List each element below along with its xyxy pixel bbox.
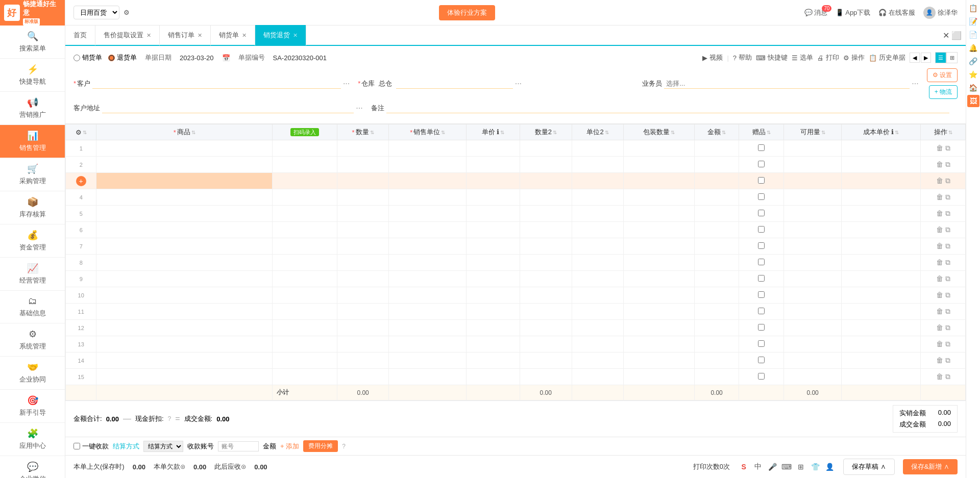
voice-icon[interactable]: 🎤 [767, 461, 778, 472]
sort-icon-unit[interactable]: ⇅ [441, 130, 445, 135]
cell-7-unit2[interactable] [572, 238, 624, 255]
cell-2-qty2[interactable] [520, 157, 572, 173]
cell-2-unit2[interactable] [572, 157, 624, 173]
shirt-icon[interactable]: 👕 [810, 461, 821, 472]
copy-icon-12[interactable]: ⧉ [945, 323, 950, 332]
customer-input[interactable] [92, 79, 341, 89]
cell-11-scan[interactable] [273, 304, 337, 320]
right-icon-2[interactable]: 📝 [967, 15, 979, 28]
sidebar-item-采购管理[interactable]: 🛒采购管理 [0, 158, 65, 191]
cell-1-qty2[interactable] [520, 140, 572, 157]
cell-8-price[interactable] [467, 255, 520, 271]
gift-check-6[interactable] [758, 226, 765, 233]
gift-check-7[interactable] [758, 242, 765, 249]
cell-13-pkg_qty[interactable] [624, 336, 694, 353]
cell-12-pkg_qty[interactable] [624, 320, 694, 336]
cell-3-unit2[interactable] [572, 173, 624, 189]
settings-btn[interactable]: ⚙ 设置 [927, 68, 958, 82]
cell-10-unit[interactable] [389, 287, 467, 304]
add-payment-btn[interactable]: + 添加 [280, 442, 299, 451]
settle-label[interactable]: 结算方式 [113, 442, 139, 451]
cell-1-available[interactable] [784, 140, 842, 157]
sidebar-item-企业微信[interactable]: 💬企业微信 [0, 456, 65, 478]
sort-icon-settings[interactable]: ⇅ [83, 130, 87, 135]
user-profile[interactable]: 👤 徐泽华 [923, 7, 958, 19]
cell-9-qty[interactable] [337, 271, 388, 287]
shortcut-btn[interactable]: ⌨ 快捷键 [756, 53, 788, 62]
delete-icon-11[interactable]: 🗑 [936, 307, 943, 316]
sidebar-item-企业协同[interactable]: 🤝企业协同 [0, 357, 65, 390]
cell-2-available[interactable] [784, 157, 842, 173]
delete-icon-3[interactable]: 🗑 [936, 177, 943, 185]
gift-check-12[interactable] [758, 324, 765, 331]
copy-icon-10[interactable]: ⧉ [945, 291, 950, 299]
cell-9-scan[interactable] [273, 271, 337, 287]
discount-question-icon[interactable]: ? [168, 415, 172, 422]
tab-close-2[interactable]: ✕ [198, 32, 202, 39]
cell-15-unit[interactable] [389, 369, 467, 385]
right-icon-6[interactable]: ⭐ [967, 68, 979, 81]
cell-8-unit2[interactable] [572, 255, 624, 271]
cell-3-cost_price[interactable] [842, 173, 921, 189]
sort-icon-unit2[interactable]: ⇅ [605, 130, 609, 135]
cell-9-pkg_qty[interactable] [624, 271, 694, 287]
cell-6-scan[interactable] [273, 222, 337, 238]
cell-4-amount[interactable] [694, 189, 739, 206]
cell-11-pkg_qty[interactable] [624, 304, 694, 320]
cell-8-product[interactable] [96, 255, 273, 271]
cell-15-unit2[interactable] [572, 369, 624, 385]
cell-7-unit[interactable] [389, 238, 467, 255]
cell-13-scan[interactable] [273, 336, 337, 353]
cell-9-available[interactable] [784, 271, 842, 287]
prev-arrow[interactable]: ◀ [910, 53, 920, 63]
delete-icon-4[interactable]: 🗑 [936, 193, 943, 202]
gift-check-3[interactable] [758, 177, 765, 184]
user2-icon[interactable]: 👤 [824, 461, 835, 472]
tab-3[interactable]: 销货单✕ [211, 25, 255, 45]
cell-5-unit2[interactable] [572, 206, 624, 222]
cell-9-amount[interactable] [694, 271, 739, 287]
tab-2[interactable]: 销售订单✕ [160, 25, 211, 45]
gift-check-10[interactable] [758, 291, 765, 298]
cell-5-amount[interactable] [694, 206, 739, 222]
cell-8-scan[interactable] [273, 255, 337, 271]
cell-6-unit[interactable] [389, 222, 467, 238]
cell-11-unit[interactable] [389, 304, 467, 320]
cell-12-available[interactable] [784, 320, 842, 336]
sort-icon-price[interactable]: ⇅ [500, 130, 504, 135]
cell-11-amount[interactable] [694, 304, 739, 320]
sidebar-item-营销推广[interactable]: 📢营销推广 [0, 92, 65, 125]
close-tab-icon[interactable]: ✕ [943, 31, 949, 40]
right-icon-1[interactable]: 📋 [967, 2, 979, 14]
gift-check-11[interactable] [758, 308, 765, 314]
cell-14-product[interactable] [96, 353, 273, 369]
cell-5-pkg_qty[interactable] [624, 206, 694, 222]
cell-13-qty[interactable] [337, 336, 388, 353]
cell-14-qty2[interactable] [520, 353, 572, 369]
tab-0[interactable]: 首页 [65, 25, 95, 45]
copy-icon-13[interactable]: ⧉ [945, 340, 950, 348]
cell-3-scan[interactable] [273, 173, 337, 189]
sougou-icon[interactable]: S [738, 461, 749, 472]
cell-12-unit2[interactable] [572, 320, 624, 336]
radio-return[interactable]: 退货单 [108, 53, 137, 62]
cell-9-unit2[interactable] [572, 271, 624, 287]
cell-11-unit2[interactable] [572, 304, 624, 320]
delete-icon-5[interactable]: 🗑 [936, 209, 943, 218]
cell-1-pkg_qty[interactable] [624, 140, 694, 157]
save-new-btn[interactable]: 保存&新增 ∧ [903, 459, 958, 474]
maximize-icon[interactable]: ⬜ [951, 31, 962, 40]
copy-icon-5[interactable]: ⧉ [945, 209, 950, 218]
cell-10-qty[interactable] [337, 287, 388, 304]
cell-13-cost_price[interactable] [842, 336, 921, 353]
cell-10-qty2[interactable] [520, 287, 572, 304]
cell-13-available[interactable] [784, 336, 842, 353]
sort-icon-action[interactable]: ⇅ [948, 130, 952, 135]
delete-icon-8[interactable]: 🗑 [936, 258, 943, 267]
cell-6-unit2[interactable] [572, 222, 624, 238]
cell-8-unit[interactable] [389, 255, 467, 271]
cell-12-qty2[interactable] [520, 320, 572, 336]
delete-icon-14[interactable]: 🗑 [936, 356, 943, 365]
cell-12-cost_price[interactable] [842, 320, 921, 336]
cell-2-cost_price[interactable] [842, 157, 921, 173]
